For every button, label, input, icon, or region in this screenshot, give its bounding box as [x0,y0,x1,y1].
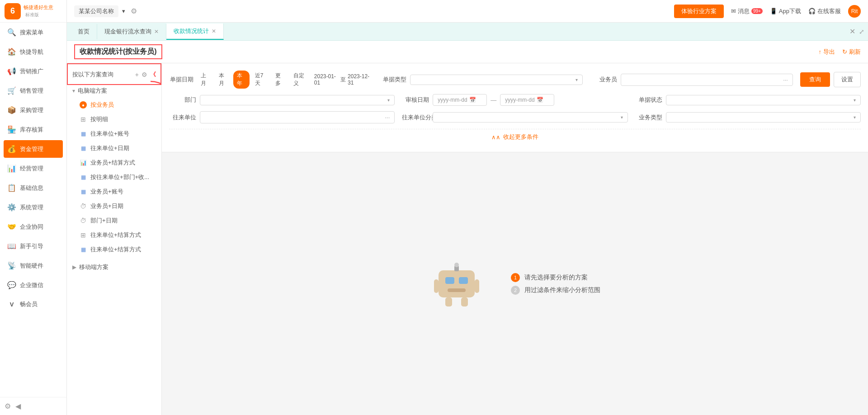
message-badge: 99+ [751,8,763,14]
partner-select[interactable]: ··· [200,111,395,123]
scheme-settings-icon[interactable]: ⚙ [142,71,147,78]
tab-collection-stats[interactable]: 收款情况统计 ✕ [166,24,224,40]
finance-icon: 💰 [7,145,16,153]
scheme-item-dept-date[interactable]: ⏱ 部门+日期 [67,213,161,228]
sidebar-item-purchase[interactable]: 📦 采购管理 [0,100,66,120]
sidebar-item-marketing[interactable]: 📢 营销推广 [0,61,66,81]
scheme-item-grid-icon: ⊞ [80,116,87,123]
sidebar-item-label: 销售管理 [20,87,43,95]
scheme-item-salesperson-account[interactable]: ▦ 业务员+账号 [67,184,161,199]
salesperson-label: 业务员 [590,75,617,84]
marketing-icon: 📢 [7,67,16,75]
svg-rect-8 [475,279,479,293]
sidebar-item-enterprise[interactable]: 🤝 企业协同 [0,217,66,236]
sidebar-item-quick-nav[interactable]: 🏠 快捷导航 [0,42,66,61]
sidebar-item-label: 畅会员 [20,300,38,308]
refresh-icon: ↻ [842,48,847,55]
app-download-btn[interactable]: 📱 App下载 [770,7,801,15]
sidebar-item-hardware[interactable]: 📡 智能硬件 [0,256,66,275]
date-tab-last-month[interactable]: 上月 [197,71,213,89]
salesperson-select[interactable]: ··· [621,74,793,86]
date-tab-custom[interactable]: 自定义 [290,71,311,89]
query-form: 单据日期 上月 本月 本年 近7天 更多 自定义 2023-01-01 [162,63,868,152]
scheme-group-mobile-header[interactable]: ▶ 移动端方案 [67,260,161,274]
doc-status-field: 单据状态 ▾ [635,95,861,105]
settings-icon[interactable]: ⚙ [131,7,137,15]
collapse-sidebar-icon[interactable]: ◀ [15,402,21,410]
sidebar-item-member[interactable]: V 畅会员 [0,295,66,314]
sidebar-item-inventory[interactable]: 🏪 库存核算 [0,120,66,139]
scheme-add-icon[interactable]: + [135,71,139,78]
tab-home[interactable]: 首页 [71,24,97,39]
date-tab-this-month[interactable]: 本月 [215,71,231,89]
trial-btn[interactable]: 体验行业方案 [674,5,724,18]
sidebar-item-guide[interactable]: 📖 新手引导 [0,236,66,256]
sidebar-item-wechat[interactable]: 💬 企业微信 [0,275,66,295]
top-header: 某某公司名称 ▾ ⚙ 体验行业方案 ✉ 消息 99+ 📱 App下载 🎧 [67,0,868,23]
sidebar-item-operation[interactable]: 📊 经营管理 [0,159,66,178]
sidebar-item-basic[interactable]: 📋 基础信息 [0,178,66,198]
audit-date-end[interactable]: yyyy-mm-dd 📅 [500,94,554,106]
guide-icon: 📖 [7,242,16,250]
tab-bank-flow-close[interactable]: ✕ [154,28,159,35]
salesperson-field: 业务员 ··· [590,74,793,86]
scheme-item-label: 往来单位+账号 [90,130,129,138]
message-btn[interactable]: ✉ 消息 99+ [731,7,763,15]
sidebar-item-label: 经营管理 [20,165,43,173]
sidebar-item-sales[interactable]: 🛒 销售管理 [0,81,66,100]
scheme-item-label: 往来单位+结算方式 [90,231,141,239]
scheme-item-by-detail[interactable]: ⊞ 按明细 [67,112,161,127]
audit-date-start[interactable]: yyyy-mm-dd 📅 [433,94,487,106]
tab-bank-flow[interactable]: 现金银行流水查询 ✕ [97,24,166,39]
tab-maximize-icon[interactable]: ⤢ [859,28,864,35]
refresh-label: 刷新 [849,48,861,56]
export-btn[interactable]: ↑ 导出 [819,48,835,56]
collapse-bar[interactable]: ∧∧ 收起更多条件 [169,129,861,145]
scheme-group-pc-header[interactable]: ▾ 电脑端方案 [67,84,161,98]
tab-close-all-icon[interactable]: ✕ [849,27,855,36]
date-tab-last7[interactable]: 近7天 [251,71,270,89]
workspace-dropdown-icon[interactable]: ▾ [122,8,125,14]
sidebar-item-system[interactable]: ⚙️ 系统管理 [0,198,66,217]
doc-status-select[interactable]: ▾ [666,95,861,105]
workspace-selector[interactable]: 某某公司名称 ▾ [74,5,125,17]
refresh-btn[interactable]: ↻ 刷新 [842,48,861,56]
setting-btn[interactable]: 设置 [834,72,861,87]
query-btn[interactable]: 查询 [800,72,830,87]
audit-date-field: 审核日期 yyyy-mm-dd 📅 — yyyy-mm-dd 📅 [402,94,627,106]
partner-more-icon[interactable]: ··· [385,114,390,121]
scheme-item-partner-dept-collect[interactable]: ▦ 按往来单位+部门+收... [67,170,161,184]
salesperson-more-icon[interactable]: ··· [783,76,788,83]
scheme-item-partner-settle1[interactable]: ⊞ 往来单位+结算方式 [67,228,161,242]
biz-type-arrow-icon: ▾ [854,115,856,120]
online-service-btn[interactable]: 🎧 在线客服 [808,7,841,15]
settings-bottom-icon[interactable]: ⚙ [5,402,11,410]
scheme-item-by-salesperson[interactable]: ● 按业务员 [67,98,161,112]
date-tab-more[interactable]: 更多 [272,71,288,89]
scheme-item-partner-account[interactable]: ▦ 往来单位+账号 [67,127,161,141]
export-label: 导出 [823,48,835,56]
step-1-text: 请先选择要分析的方案 [524,274,588,282]
user-avatar[interactable]: Rit [848,5,861,18]
dept-arrow-icon: ▾ [387,98,390,103]
doc-type-arrow-icon: ▾ [576,77,578,82]
scheme-item-table-icon: ▦ [80,130,87,137]
dept-select[interactable]: ▾ [200,95,395,105]
sidebar-item-search[interactable]: 🔍 搜索菜单 [0,23,66,42]
biz-type-select[interactable]: ▾ [666,112,861,123]
partner-category-select[interactable]: ▾ [433,112,627,123]
tab-collection-stats-close[interactable]: ✕ [212,28,216,34]
doc-type-select[interactable]: ▾ [410,75,582,85]
scheme-item-partner-settle2[interactable]: ▦ 往来单位+结算方式 [67,242,161,257]
sidebar-item-finance[interactable]: 💰 资金管理 [4,140,63,158]
app-download-label: App下载 [779,7,801,15]
scheme-item-salesperson-date[interactable]: ⏱ 业务员+日期 [67,199,161,213]
scheme-item-salesperson-settle[interactable]: 📊 业务员+结算方式 [67,156,161,170]
sidebar-item-label: 企业协同 [20,223,43,231]
scheme-collapse-icon[interactable]: 《 [150,71,156,79]
date-end: 2023-12-31 [348,73,372,86]
date-tab-this-year[interactable]: 本年 [233,71,250,89]
scheme-item-table-icon: ▦ [80,145,87,152]
service-icon: 🎧 [808,8,816,14]
scheme-item-partner-date[interactable]: ▦ 往来单位+日期 [67,141,161,156]
